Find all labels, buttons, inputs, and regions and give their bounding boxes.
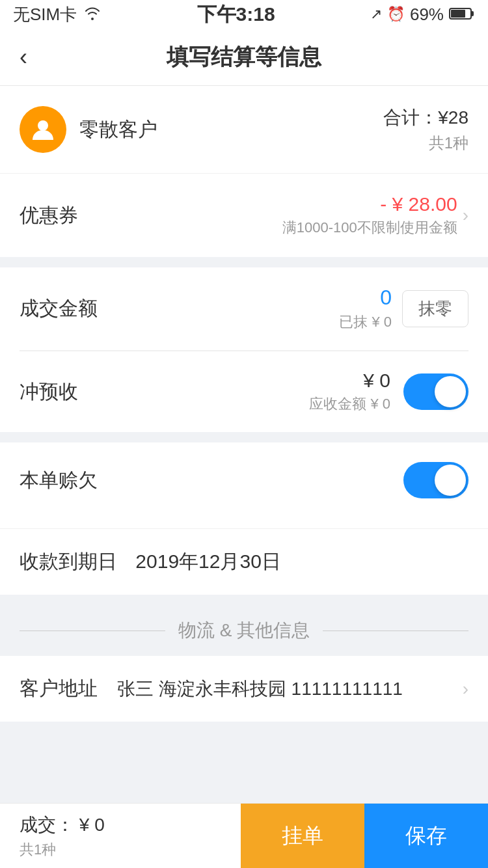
prereceive-row: 冲预收 ¥ 0 应收金额 ¥ 0 [20,351,468,432]
svg-rect-2 [451,10,465,18]
nav-bar: ‹ 填写结算等信息 [0,29,488,86]
customer-right: 合计：¥28 共1种 [383,105,468,154]
coupon-amount: - ¥ 28.00 [282,193,457,215]
deal-amount-sub: 已抹 ¥ 0 [339,312,392,332]
round-zero-button[interactable]: 抹零 [402,290,468,327]
prereceive-sub-amount: 应收金额 ¥ 0 [309,394,390,414]
prereceive-right: ¥ 0 应收金额 ¥ 0 [309,370,468,414]
prereceive-main-amount: ¥ 0 [309,370,390,392]
coupon-chevron-icon: › [463,205,468,226]
coupon-desc: 满1000-100不限制使用金额 [282,218,457,237]
logistics-title: 物流 & 其他信息 [165,618,323,643]
divider-right [323,631,468,631]
toggle-knob [435,376,466,407]
deal-amount-value[interactable]: 0 [339,286,392,310]
deal-amount-right: 0 已抹 ¥ 0 抹零 [339,286,468,332]
due-date-value: 2019年12月30日 [135,550,280,572]
divider-left [20,631,165,631]
due-date-label: 收款到期日 [20,550,117,572]
location-icon: ↗ [370,6,382,23]
carrier-text: 无SIM卡 [13,3,77,26]
battery-icon [449,5,475,25]
back-button[interactable]: ‹ [20,44,27,71]
save-button[interactable]: 保存 [364,804,488,868]
customer-left: 零散客户 [20,106,157,153]
debt-row: 本单赊欠 [0,442,488,518]
coupon-label: 优惠券 [20,202,78,229]
status-left: 无SIM卡 [13,3,102,26]
status-bar: 无SIM卡 下午3:18 ↗ ⏰ 69% [0,0,488,29]
prereceive-label: 冲预收 [20,379,78,405]
deal-amount-row: 成交金额 0 已抹 ¥ 0 抹零 [20,267,468,351]
avatar [20,106,66,153]
customer-row: 零散客户 合计：¥28 共1种 [0,86,488,173]
customer-name: 零散客户 [79,116,157,143]
coupon-right: - ¥ 28.00 满1000-100不限制使用金额 › [282,193,468,237]
debt-toggle[interactable] [403,462,468,498]
due-date-row: 收款到期日 2019年12月30日 [0,528,488,595]
address-section: 客户地址 张三 海淀永丰科技园 11111111111 › [0,656,488,722]
bottom-count: 共1种 [20,840,221,860]
svg-rect-1 [471,11,474,16]
coupon-row[interactable]: 优惠券 - ¥ 28.00 满1000-100不限制使用金额 › [0,173,488,257]
logistics-header: 物流 & 其他信息 [0,618,488,643]
prereceive-toggle[interactable] [403,373,468,410]
address-chevron-icon: › [463,679,468,699]
bottom-deal-label: 成交： [20,815,74,835]
deal-amount-section: 成交金额 0 已抹 ¥ 0 抹零 冲预收 ¥ 0 应收金额 ¥ 0 [0,267,488,432]
coupon-right-inner: - ¥ 28.00 满1000-100不限制使用金额 [282,193,457,237]
bottom-info: 成交： ¥ 0 共1种 [0,804,241,868]
svg-point-3 [38,120,48,131]
alarm-icon: ⏰ [387,6,405,23]
bottom-deal-amount: ¥ 0 [79,815,105,835]
deal-amount-col: 0 已抹 ¥ 0 [339,286,392,332]
bottom-bar: 成交： ¥ 0 共1种 挂单 保存 [0,803,488,868]
prereceive-amount-col: ¥ 0 应收金额 ¥ 0 [309,370,390,414]
wifi-icon [83,5,102,25]
bottom-spacer [0,732,488,797]
nav-title: 填写结算等信息 [167,42,321,72]
debt-toggle-knob [435,465,466,496]
address-label: 客户地址 [20,675,98,702]
debt-label: 本单赊欠 [20,467,98,494]
logistics-section: 物流 & 其他信息 [0,605,488,656]
deal-amount-label: 成交金额 [20,295,98,322]
battery-text: 69% [410,5,444,25]
hold-button[interactable]: 挂单 [241,804,364,868]
total-count: 共1种 [383,133,468,154]
address-value: 张三 海淀永丰科技园 11111111111 [117,677,443,701]
bottom-deal-row: 成交： ¥ 0 [20,813,221,837]
status-right: ↗ ⏰ 69% [370,5,475,25]
customer-section: 零散客户 合计：¥28 共1种 优惠券 - ¥ 28.00 满1000-100不… [0,86,488,257]
address-row[interactable]: 客户地址 张三 海淀永丰科技园 11111111111 › [0,656,488,722]
total-amount: 合计：¥28 [383,105,468,130]
status-time: 下午3:18 [197,1,275,28]
debt-section: 本单赊欠 收款到期日 2019年12月30日 [0,442,488,595]
